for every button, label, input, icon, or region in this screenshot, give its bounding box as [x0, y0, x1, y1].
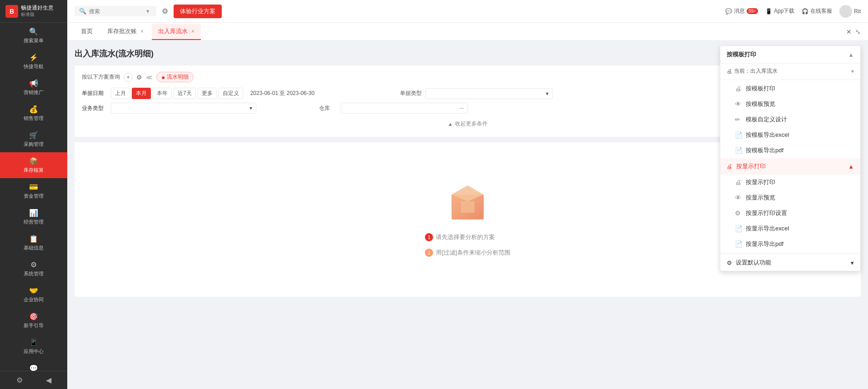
topbar-gear-icon[interactable]: ⚙: [162, 7, 168, 15]
custom-btn[interactable]: 自定义: [219, 88, 243, 99]
tab-flow[interactable]: 出入库流水 ×: [152, 24, 201, 40]
logo-sub: 标准版: [21, 11, 54, 18]
more-btn[interactable]: 更多: [198, 88, 217, 99]
dropdown-title: 按模板打印: [727, 50, 756, 59]
online-service-button[interactable]: 🎧 在线客服: [802, 7, 832, 15]
user-profile[interactable]: Rit: [839, 5, 861, 18]
message-icon: 💬: [725, 8, 732, 15]
pdf-icon-2: 📄: [735, 240, 742, 248]
dropdown-footer-item[interactable]: ⚙ 设置默认功能 ▾: [720, 254, 860, 271]
sidebar: B 畅捷通好生意 标准版 🔍 搜索菜单 ⚡ 快捷导航 📢 营销推广 💰 销售管理…: [0, 0, 67, 389]
tab-flow-close[interactable]: ×: [191, 28, 195, 35]
page-title: 出入库流水(流水明细): [75, 48, 154, 59]
empty-steps: 1 请先选择要分析的方案 2 用[过滤]条件来缩小分析范围: [425, 233, 510, 260]
sidebar-item-guide[interactable]: 🎯 新手引导: [0, 308, 67, 334]
message-button[interactable]: 💬 消息 99+: [725, 7, 758, 15]
sidebar-item-coop[interactable]: 🤝 企业协同: [0, 282, 67, 308]
template-print-label: 按模板打印: [746, 85, 775, 93]
tab-home[interactable]: 首页: [75, 24, 99, 40]
dropdown-up-arrow[interactable]: ▲: [848, 51, 854, 58]
tab-bar: 首页 库存批次账 × 出入库流水 × ✕ ⤡: [67, 23, 868, 41]
sidebar-item-basic[interactable]: 📋 基础信息: [0, 230, 67, 256]
sidebar-label-finance: 资金管理: [24, 193, 44, 199]
sidebar-icon-shortcut: ⚡: [29, 53, 38, 62]
current-arrow: ▾: [851, 68, 854, 75]
biz-type-dropdown-icon: ▾: [249, 105, 252, 111]
this-month-btn[interactable]: 本月: [132, 88, 151, 99]
footer-label: 设置默认功能: [736, 259, 771, 267]
dropdown-current-item[interactable]: 🖨 当前：出入库流水 ▾: [720, 64, 860, 79]
date-buttons: 上月 本月 本年 近7天 更多 自定义: [111, 88, 243, 99]
template-pdf-label: 按模板导出pdf: [746, 146, 783, 155]
dropdown-template-preview[interactable]: 👁 按模板预览: [720, 96, 860, 112]
dropdown-display-print[interactable]: 🖨 按显示打印: [720, 175, 860, 190]
display-section-arrow: ▲: [848, 163, 854, 170]
dropdown-display-section[interactable]: 🖨 按显示打印 ▲: [720, 158, 860, 175]
window-close-icon[interactable]: ✕: [846, 28, 852, 35]
sidebar-label-shortcut: 快捷导航: [24, 63, 44, 70]
dropdown-template-excel[interactable]: 📄 按模板导出excel: [720, 127, 860, 143]
warehouse-select[interactable]: ···: [341, 103, 468, 114]
search-dropdown-icon[interactable]: ▾: [146, 8, 150, 15]
filter-collapse-icon[interactable]: ≪: [146, 74, 153, 81]
chevron-up-icon: ▲: [448, 121, 453, 127]
app-download-button[interactable]: 📱 App下载: [765, 7, 794, 15]
collapse-icon[interactable]: ◀: [46, 376, 51, 384]
sidebar-label-marketing: 营销推广: [24, 89, 44, 96]
sidebar-nav: 🔍 搜索菜单 ⚡ 快捷导航 📢 营销推广 💰 销售管理 🛒 采购管理 📦 库存核…: [0, 23, 67, 371]
this-year-btn[interactable]: 本年: [153, 88, 172, 99]
last-7-days-btn[interactable]: 近7天: [174, 88, 196, 99]
sidebar-item-marketing[interactable]: 📢 营销推广: [0, 75, 67, 100]
dropdown-header: 按模板打印 ▲: [720, 46, 860, 64]
sidebar-item-search[interactable]: 🔍 搜索菜单: [0, 23, 67, 49]
sidebar-item-weixin[interactable]: 💬 企业微信: [0, 359, 67, 371]
dropdown-display-settings[interactable]: ⚙ 按显示打印设置: [720, 205, 860, 221]
dropdown-display-pdf[interactable]: 📄 按显示导出pdf: [720, 236, 860, 252]
dropdown-display-preview[interactable]: 👁 按显示预览: [720, 190, 860, 205]
headset-icon: 🎧: [802, 8, 808, 15]
divider-2: [720, 253, 860, 253]
current-icon: 🖨: [727, 68, 732, 75]
app-download-label: App下载: [774, 7, 794, 15]
sidebar-item-apps[interactable]: 📱 应用中心: [0, 334, 67, 359]
pdf-icon-1: 📄: [735, 147, 742, 154]
search-input[interactable]: [89, 8, 144, 15]
sidebar-item-finance[interactable]: 💳 资金管理: [0, 178, 67, 204]
filter-tag[interactable]: ● 流水明细: [156, 72, 194, 82]
sidebar-label-operation: 经营管理: [24, 219, 44, 225]
sidebar-item-inventory[interactable]: 📦 库存核算: [0, 152, 67, 178]
template-excel-label: 按模板导出excel: [746, 131, 789, 139]
window-maximize-icon[interactable]: ⤡: [855, 28, 861, 35]
filter-settings-icon[interactable]: ⚙: [136, 74, 142, 81]
sidebar-label-search: 搜索菜单: [24, 37, 44, 44]
sidebar-item-shortcut[interactable]: ⚡ 快捷导航: [0, 49, 67, 75]
filter-add-button[interactable]: +: [124, 73, 133, 82]
tab-batch-close[interactable]: ×: [140, 28, 144, 35]
sidebar-icon-purchase: 🛒: [29, 131, 38, 140]
sidebar-item-operation[interactable]: 📊 经营管理: [0, 204, 67, 230]
tab-flow-label: 出入库流水: [158, 27, 188, 35]
sidebar-label-sales: 销售管理: [24, 115, 44, 122]
dropdown-template-print[interactable]: 🖨 按模板打印: [720, 81, 860, 96]
preview-icon-1: 👁: [735, 100, 742, 108]
biz-type-select[interactable]: ▾: [111, 103, 256, 114]
sidebar-item-sales[interactable]: 💰 销售管理: [0, 100, 67, 126]
dropdown-template-design[interactable]: ✏ 模板自定义设计: [720, 112, 860, 127]
dropdown-template-pdf[interactable]: 📄 按模板导出pdf: [720, 143, 860, 158]
dropdown-display-excel[interactable]: 📄 按显示导出excel: [720, 221, 860, 236]
topbar-search-box[interactable]: 🔍 ▾: [75, 6, 156, 16]
phone-icon: 📱: [765, 8, 772, 15]
voucher-type-select[interactable]: ▾: [425, 88, 553, 99]
settings-icon[interactable]: ⚙: [16, 376, 23, 384]
trial-button[interactable]: 体验行业方案: [174, 5, 222, 18]
sidebar-label-system: 系统管理: [24, 270, 44, 277]
topbar-right: 💬 消息 99+ 📱 App下载 🎧 在线客服 Rit: [725, 5, 861, 18]
sidebar-item-purchase[interactable]: 🛒 采购管理: [0, 126, 67, 152]
settings-icon-2: ⚙: [735, 209, 742, 217]
date-filter-label: 单据日期: [82, 90, 107, 97]
window-controls: ✕ ⤡: [846, 28, 861, 35]
last-month-btn[interactable]: 上月: [111, 88, 130, 99]
tab-batch[interactable]: 库存批次账 ×: [101, 24, 150, 40]
sidebar-item-system[interactable]: ⚙ 系统管理: [0, 256, 67, 282]
display-preview-label: 按显示预览: [746, 194, 775, 202]
